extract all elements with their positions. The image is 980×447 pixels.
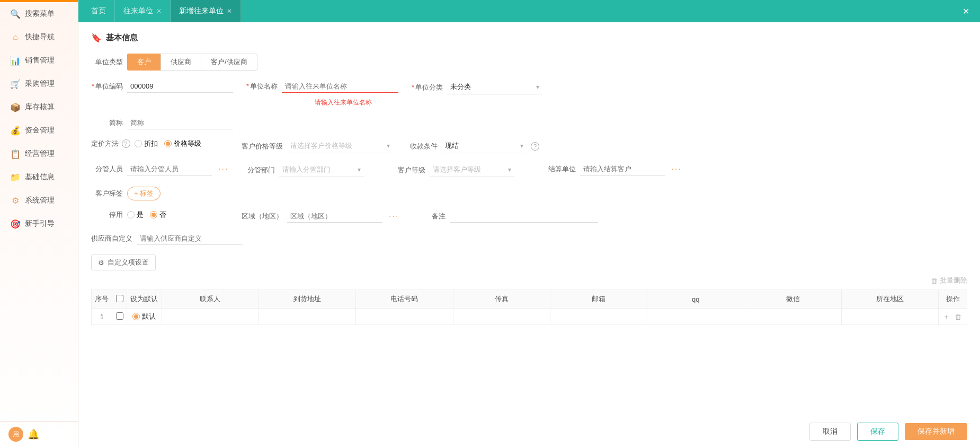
payment-help-icon[interactable]: ? <box>531 142 539 151</box>
supervisor-more-btn[interactable]: ··· <box>216 164 230 174</box>
batch-delete-label[interactable]: 批量删除 <box>940 276 967 285</box>
tab-contacts-close[interactable]: ✕ <box>156 7 162 15</box>
finance-icon: 💰 <box>10 125 21 136</box>
tab-new-contact-close[interactable]: ✕ <box>227 7 232 15</box>
settlement-input[interactable] <box>580 163 665 176</box>
email-input[interactable] <box>554 313 644 321</box>
unit-type-both[interactable]: 客户/供应商 <box>201 54 257 71</box>
tab-new-contact[interactable]: 新增往来单位 ✕ <box>171 0 241 22</box>
cancel-button[interactable]: 取消 <box>809 423 851 441</box>
disabled-group: 停用 是 否 <box>91 210 229 220</box>
supervisor-input[interactable] <box>127 163 212 176</box>
payment-group: 收款条件 现结 ▾ ? <box>406 139 544 153</box>
settlement-label: 结算单位 <box>544 164 576 174</box>
abbr-input[interactable] <box>127 117 233 129</box>
save-button[interactable]: 保存 <box>857 423 898 441</box>
unit-category-chevron: ▾ <box>536 83 539 91</box>
sidebar-item-guide[interactable]: 🎯 新手引导 <box>0 212 78 235</box>
th-seq: 序号 <box>92 290 112 309</box>
td-phone <box>356 309 453 325</box>
unit-type-row: 单位类型 客户 供应商 客户/供应商 <box>91 54 967 71</box>
tab-contacts[interactable]: 往来单位 ✕ <box>115 0 171 22</box>
unit-type-customer[interactable]: 客户 <box>127 54 161 71</box>
fax-input[interactable] <box>457 313 547 321</box>
unit-category-select[interactable]: 未分类 ▾ <box>447 80 542 94</box>
disabled-yes[interactable]: 是 <box>127 210 144 220</box>
row-add-btn[interactable]: + <box>944 313 948 321</box>
td-region <box>841 309 938 325</box>
phone-input[interactable] <box>359 313 449 321</box>
home-icon: ⌂ <box>10 32 21 42</box>
supervisor-group: 分管人员 ··· <box>91 163 230 176</box>
operations-icon: 📋 <box>10 148 21 159</box>
contact-input[interactable] <box>165 313 255 321</box>
sidebar-label-basic-info: 基础信息 <box>25 172 55 182</box>
unit-name-input[interactable] <box>282 80 398 93</box>
pricing-discount[interactable]: 折扣 <box>135 139 158 148</box>
sidebar-item-system[interactable]: ⚙ 系统管理 <box>0 189 78 212</box>
form-footer: 取消 保存 保存并新增 <box>78 416 980 447</box>
th-action: 操作 <box>939 290 967 309</box>
sidebar-label-guide: 新手引导 <box>25 219 55 229</box>
remark-input[interactable] <box>450 210 598 223</box>
payment-select[interactable]: 现结 ▾ <box>442 139 527 153</box>
unit-type-buttons: 客户 供应商 客户/供应商 <box>127 54 257 71</box>
dept-group: 分管部门 请输入分管部门 ▾ <box>243 163 381 177</box>
sidebar-item-purchase[interactable]: 🛒 采购管理 <box>0 72 78 95</box>
sidebar-item-quick-nav[interactable]: ⌂ 快捷导航 <box>0 25 78 49</box>
region-input[interactable] <box>287 210 382 223</box>
dept-select[interactable]: 请输入分管部门 ▾ <box>279 163 364 177</box>
sidebar-label-operations: 经营管理 <box>25 149 55 159</box>
unit-code-input[interactable] <box>127 80 233 93</box>
region-label: 区域（地区） <box>242 212 283 221</box>
customer-level-select[interactable]: 请选择客户等级 ▾ <box>430 163 514 177</box>
customer-price-select[interactable]: 请选择客户价格等级 ▾ <box>287 139 393 153</box>
region-table-input[interactable] <box>845 313 935 321</box>
sidebar-item-operations[interactable]: 📋 经营管理 <box>0 142 78 165</box>
main-close-button[interactable]: ✕ <box>956 6 976 16</box>
settlement-more-btn[interactable]: ··· <box>669 164 683 174</box>
save-and-new-button[interactable]: 保存并新增 <box>905 423 967 440</box>
sidebar-item-basic-info[interactable]: 📁 基础信息 <box>0 165 78 189</box>
unit-type-supplier[interactable]: 供应商 <box>161 54 201 71</box>
sidebar-footer: 用 🔔 <box>0 421 78 447</box>
unit-type-label: 单位类型 <box>91 57 123 67</box>
add-tag-button[interactable]: + 标签 <box>127 187 161 200</box>
disabled-row: 停用 是 否 区域（地区） ··· 备注 <box>91 210 967 223</box>
pricing-group: 定价方法 ? 折扣 价格等级 <box>91 139 229 148</box>
row-delete-btn[interactable]: 🗑 <box>955 313 961 321</box>
section-title-text: 基本信息 <box>106 33 138 43</box>
sidebar-item-finance[interactable]: 💰 资金管理 <box>0 119 78 142</box>
th-contact: 联系人 <box>162 290 259 309</box>
wechat-input[interactable] <box>747 313 838 321</box>
region-more-btn[interactable]: ··· <box>387 212 401 221</box>
batch-delete-icon: 🗑 <box>931 277 938 285</box>
qq-input[interactable] <box>651 313 741 321</box>
sidebar-item-search[interactable]: 🔍 搜索菜单 <box>0 2 78 25</box>
disabled-no-radio <box>150 211 157 218</box>
th-default: 设为默认 <box>127 290 162 309</box>
pricing-help-icon[interactable]: ? <box>122 139 130 148</box>
sidebar-item-inventory[interactable]: 📦 库存核算 <box>0 95 78 119</box>
unit-name-error: 请输入往来单位名称 <box>315 98 372 107</box>
pricing-level[interactable]: 价格等级 <box>164 139 201 148</box>
search-icon: 🔍 <box>10 8 21 19</box>
main-area: 首页 往来单位 ✕ 新增往来单位 ✕ ✕ 🔖 基本信息 单位类型 客户 供应商 … <box>78 0 980 447</box>
row-checkbox[interactable] <box>116 312 123 320</box>
tab-home-label: 首页 <box>91 6 106 16</box>
basic-info-icon: 📁 <box>10 172 21 182</box>
custom-settings-button[interactable]: ⚙ 自定义项设置 <box>91 255 156 270</box>
th-phone: 电话号码 <box>356 290 453 309</box>
region-group: 区域（地区） ··· <box>242 210 401 223</box>
address-input[interactable] <box>262 313 352 321</box>
th-select-all[interactable] <box>116 295 123 302</box>
tab-home[interactable]: 首页 <box>83 0 115 22</box>
disabled-no[interactable]: 否 <box>150 210 166 220</box>
pricing-level-label: 价格等级 <box>174 139 201 148</box>
disabled-radio-group: 是 否 <box>127 210 166 220</box>
customer-price-group: 客户价格等级 请选择客户价格等级 ▾ <box>242 139 393 153</box>
supplier-custom-input[interactable] <box>137 232 243 245</box>
payment-chevron: ▾ <box>520 142 523 150</box>
row-default-radio[interactable]: 默认 <box>130 312 158 321</box>
sidebar-item-sales[interactable]: 📊 销售管理 <box>0 49 78 72</box>
